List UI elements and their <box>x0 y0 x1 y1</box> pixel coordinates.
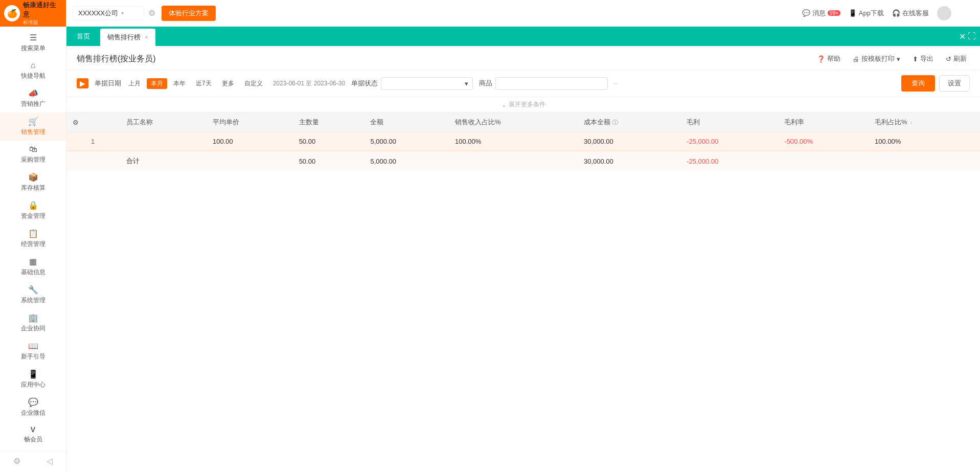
sidebar-item-basic-info[interactable]: ▦ 基础信息 <box>0 253 66 281</box>
sidebar-item-operations[interactable]: 📋 经营管理 <box>0 225 66 253</box>
print-icon: 🖨 <box>853 55 859 63</box>
date-tab-current-month[interactable]: 本月 <box>147 78 167 89</box>
expand-chevron-icon: ⌄ <box>502 101 507 108</box>
tabbar: 首页 销售排行榜 × ✕ ⛶ <box>66 27 980 46</box>
tabbar-close-icon[interactable]: ✕ <box>959 32 966 41</box>
inventory-icon: 📦 <box>28 172 38 182</box>
goods-input[interactable] <box>495 77 608 90</box>
column-settings-icon[interactable]: ⚙ <box>73 119 79 126</box>
member-icon: V <box>31 425 35 434</box>
sidebar-collapse-icon[interactable]: ◁ <box>47 456 53 466</box>
filter-action-btns: 查询 设置 <box>901 75 970 92</box>
refresh-button[interactable]: ↺ 刷新 <box>943 52 970 65</box>
sidebar-item-finance[interactable]: 🔒 资金管理 <box>0 196 66 225</box>
footer-gross: -25,000.00 <box>680 151 778 171</box>
finance-icon: 🔒 <box>28 200 38 210</box>
sidebar-item-label: 畅会员 <box>24 435 42 444</box>
row-avg-price-cell: 100.00 <box>207 132 293 151</box>
expand-conditions-row: ⌄ 展开更多条件 <box>66 97 980 113</box>
export-button[interactable]: ⬆ 导出 <box>909 52 937 65</box>
footer-empty2 <box>85 151 120 171</box>
date-tab-current-year[interactable]: 本年 <box>169 78 190 89</box>
sidebar-item-member[interactable]: V 畅会员 <box>0 421 66 448</box>
status-chevron-icon: ▾ <box>465 80 468 87</box>
col-avg-price-label: 平均单价 <box>213 118 239 126</box>
sidebar-item-label: 经营管理 <box>21 240 45 249</box>
sidebar-item-search-orders[interactable]: ☰ 搜索菜单 <box>0 29 66 57</box>
filter-expand-arrow[interactable]: ▶ <box>77 78 88 88</box>
date-tab-prev-month[interactable]: 上月 <box>124 78 145 89</box>
tab-active-label: 销售排行榜 <box>107 33 141 42</box>
date-label: 单据日期 <box>95 79 121 88</box>
date-tab-custom[interactable]: 自定义 <box>240 78 267 89</box>
date-tab-more[interactable]: 更多 <box>218 78 238 89</box>
row-qty-cell: 50.00 <box>293 132 364 151</box>
page-title: 销售排行榜(按业务员) <box>77 54 156 64</box>
row-gross-cell: -25,000.00 <box>680 132 778 151</box>
sidebar-item-quick-nav[interactable]: ⌂ 快捷导航 <box>0 57 66 84</box>
logo-line2: 标准版 <box>23 19 62 26</box>
sales-icon: 🛒 <box>28 117 38 126</box>
tab-close-icon[interactable]: × <box>145 34 148 41</box>
export-icon: ⬆ <box>913 55 918 63</box>
sidebar-item-app-center[interactable]: 📱 应用中心 <box>0 365 66 393</box>
sidebar-item-label: 快捷导航 <box>21 72 45 80</box>
sidebar: 🍊 畅康通好生意 标准版 ☰ 搜索菜单 ⌂ 快捷导航 📣 营销推广 🛒 销售管理… <box>0 0 66 471</box>
footer-gross-pct <box>869 151 980 171</box>
footer-sales-pct <box>449 151 578 171</box>
sidebar-item-label: 资金管理 <box>21 212 45 220</box>
help-button[interactable]: ❓ 帮助 <box>814 52 844 65</box>
sort-icon[interactable]: ↕ <box>910 120 913 125</box>
sidebar-item-sales[interactable]: 🛒 销售管理 <box>0 113 66 141</box>
more-filters-icon[interactable]: ··· <box>613 80 618 87</box>
settings-button[interactable]: 设置 <box>939 75 970 92</box>
export-label: 导出 <box>920 54 933 63</box>
sidebar-item-wechat[interactable]: 💬 企业微信 <box>0 393 66 421</box>
footer-avg-price <box>207 151 293 171</box>
headset-icon: 🎧 <box>892 9 900 17</box>
tab-home[interactable]: 首页 <box>66 27 100 46</box>
message-icon: 💬 <box>802 9 810 17</box>
status-select[interactable]: ▾ <box>381 77 473 90</box>
sidebar-item-enterprise[interactable]: 🏢 企业协同 <box>0 309 66 337</box>
filter-arrow-icon[interactable]: ▶ <box>77 78 88 88</box>
message-badge: 99+ <box>828 10 840 16</box>
sidebar-settings-icon[interactable]: ⚙ <box>13 456 20 466</box>
tab-sales-ranking[interactable]: 销售排行榜 × <box>100 29 155 46</box>
sidebar-bottom: ⚙ ◁ <box>0 451 66 471</box>
logo-icon: 🍊 <box>4 5 20 21</box>
sidebar-item-guide[interactable]: 📖 新手引导 <box>0 337 66 365</box>
col-cost: 成本全额 ⓘ <box>578 113 680 132</box>
user-name-area[interactable] <box>960 6 974 20</box>
print-dropdown-icon: ▾ <box>897 55 900 63</box>
message-button[interactable]: 💬 消息 99+ <box>802 9 840 18</box>
tabbar-expand-icon[interactable]: ⛶ <box>968 32 976 41</box>
sidebar-item-system[interactable]: 🔧 系统管理 <box>0 281 66 309</box>
sidebar-item-purchase[interactable]: 🛍 采购管理 <box>0 141 66 168</box>
sidebar-item-marketing[interactable]: 📣 营销推广 <box>0 84 66 113</box>
refresh-label: 刷新 <box>953 54 967 63</box>
expand-conditions-button[interactable]: ⌄ 展开更多条件 <box>502 100 545 109</box>
tabbar-right: ✕ ⛶ <box>959 32 980 41</box>
app-download-icon: 📱 <box>849 9 857 17</box>
trial-button[interactable]: 体验行业方案 <box>162 6 216 21</box>
topbar-gear-icon[interactable]: ⚙ <box>148 8 155 18</box>
guide-icon: 📖 <box>28 341 38 351</box>
company-selector[interactable]: XXXXXX公司 ▾ <box>73 6 144 20</box>
sidebar-item-label: 采购管理 <box>21 155 45 164</box>
refresh-icon: ↺ <box>946 55 951 63</box>
date-tab-last-7-days[interactable]: 近7天 <box>192 78 216 89</box>
query-button[interactable]: 查询 <box>901 75 935 92</box>
col-avg-price: 平均单价 <box>207 113 293 132</box>
sidebar-item-label: 销售管理 <box>21 128 45 137</box>
table-body: 1 100.00 50.00 5,000.00 100.00% 30,000.0… <box>66 132 980 151</box>
footer-label: 合计 <box>120 151 207 171</box>
app-download-button[interactable]: 📱 App下载 <box>849 9 884 18</box>
sidebar-item-inventory[interactable]: 📦 库存核算 <box>0 168 66 196</box>
user-avatar[interactable] <box>937 6 951 20</box>
col-gross-rate-label: 毛利率 <box>784 118 804 126</box>
online-service-button[interactable]: 🎧 在线客服 <box>892 9 929 18</box>
print-button[interactable]: 🖨 按模板打印 ▾ <box>850 52 903 65</box>
col-gross-rate: 毛利率 <box>778 113 869 132</box>
date-filter: 单据日期 上月 本月 本年 近7天 更多 自定义 2023-06-01 至 20… <box>95 78 345 89</box>
